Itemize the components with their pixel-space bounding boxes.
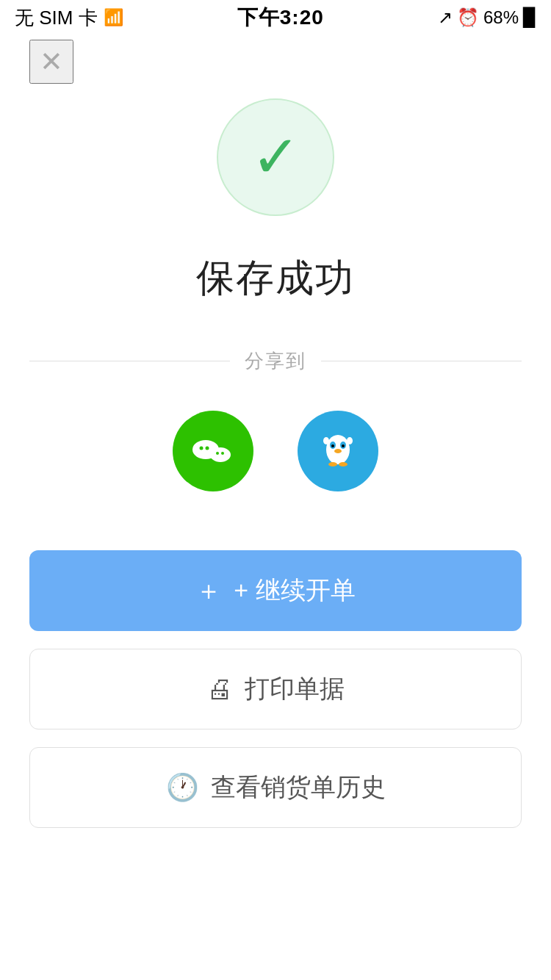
share-icons-row bbox=[29, 411, 522, 491]
battery-percent: 68% bbox=[483, 7, 519, 28]
svg-point-3 bbox=[206, 447, 209, 450]
battery-icon: ▉ bbox=[523, 7, 536, 28]
status-left: 无 SIM 卡 📶 bbox=[15, 5, 123, 31]
wechat-share-button[interactable] bbox=[173, 411, 253, 491]
success-section: ✓ 保存成功 bbox=[0, 98, 551, 304]
wifi-icon: 📶 bbox=[104, 8, 123, 27]
divider-right bbox=[321, 361, 522, 361]
svg-point-13 bbox=[339, 462, 347, 466]
close-button[interactable]: ✕ bbox=[29, 40, 73, 84]
no-sim-text: 无 SIM 卡 bbox=[15, 5, 98, 31]
print-label: 打印单据 bbox=[245, 672, 345, 706]
qq-share-button[interactable] bbox=[298, 411, 378, 491]
success-title: 保存成功 bbox=[196, 253, 355, 304]
plus-icon: ＋ bbox=[195, 573, 222, 609]
svg-point-14 bbox=[323, 437, 329, 444]
svg-point-11 bbox=[334, 449, 342, 453]
svg-point-1 bbox=[210, 447, 231, 462]
svg-point-5 bbox=[221, 452, 224, 455]
actions-section: ＋ + 继续开单 🖨 打印单据 🕐 查看销货单历史 bbox=[0, 550, 551, 828]
status-time: 下午3:20 bbox=[237, 4, 324, 32]
svg-point-9 bbox=[331, 444, 334, 447]
svg-point-2 bbox=[200, 447, 204, 450]
svg-point-4 bbox=[216, 452, 219, 455]
svg-point-10 bbox=[342, 444, 345, 447]
close-icon: ✕ bbox=[40, 48, 63, 76]
divider-left bbox=[29, 361, 230, 361]
alarm-icon: ⏰ bbox=[457, 7, 479, 28]
qq-icon bbox=[316, 429, 360, 473]
svg-point-12 bbox=[328, 462, 337, 466]
share-label: 分享到 bbox=[245, 348, 306, 374]
share-section: 分享到 bbox=[0, 348, 551, 491]
success-circle: ✓ bbox=[217, 98, 334, 216]
checkmark-icon: ✓ bbox=[251, 128, 300, 187]
svg-point-15 bbox=[347, 437, 353, 444]
print-button[interactable]: 🖨 打印单据 bbox=[29, 649, 522, 729]
clock-icon: 🕐 bbox=[166, 772, 199, 803]
history-button[interactable]: 🕐 查看销货单历史 bbox=[29, 747, 522, 828]
continue-button[interactable]: ＋ + 继续开单 bbox=[29, 550, 522, 631]
wechat-icon bbox=[191, 429, 235, 473]
status-right: ↗ ⏰ 68% ▉ bbox=[438, 7, 536, 28]
share-divider: 分享到 bbox=[29, 348, 522, 374]
status-bar: 无 SIM 卡 📶 下午3:20 ↗ ⏰ 68% ▉ bbox=[0, 0, 551, 32]
location-icon: ↗ bbox=[438, 7, 453, 28]
history-label: 查看销货单历史 bbox=[211, 771, 386, 804]
printer-icon: 🖨 bbox=[206, 674, 233, 705]
continue-label: + 继续开单 bbox=[234, 574, 355, 608]
